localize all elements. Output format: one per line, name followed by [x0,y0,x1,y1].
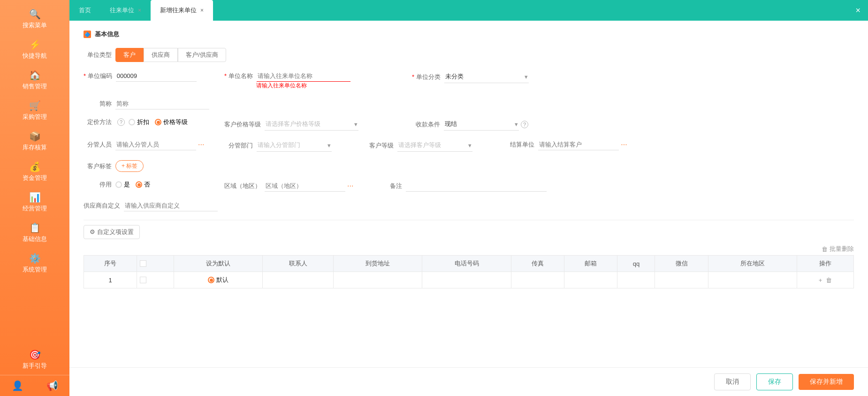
unit-type-btn-customer[interactable]: 客户 [115,48,144,62]
tab-new-partner[interactable]: 新增往来单位 × [151,0,213,21]
pricing-method-help[interactable]: ? [117,118,125,126]
remark-group: 备注 [374,180,547,192]
row-checkbox[interactable] [140,277,146,283]
disabled-radio-yes[interactable]: 是 [115,180,130,189]
save-button[interactable]: 保存 [756,373,793,390]
sidebar-item-guide[interactable]: 🎯 新手引导 [0,344,69,375]
contacts-table: 序号 设为默认 联系人 到货地址 电话号码 传真 邮箱 qq 微信 所在地区 操… [84,255,854,288]
sidebar-item-label: 系统管理 [23,265,47,274]
customer-tag-group: 客户标签 + 标签 [84,160,206,172]
sidebar-item-label: 新手引导 [23,362,47,370]
td-default: 默认 [174,272,263,288]
tab-partner[interactable]: 往来单位 × [100,0,151,21]
customer-tag-label: 客户标签 [84,162,112,171]
cancel-button[interactable]: 取消 [714,373,751,390]
row-add-btn[interactable]: + [819,277,822,284]
settlement-unit-input[interactable] [538,139,619,150]
pricing-radio-discount[interactable]: 折扣 [129,118,149,126]
manager-more-btn[interactable]: ··· [196,140,206,149]
sidebar-item-quick-nav[interactable]: ⚡ 快捷导航 [0,34,69,65]
th-fax: 传真 [511,256,564,272]
sidebar-item-purchase[interactable]: 🛒 采购管理 [0,95,69,126]
td-wechat[interactable] [655,272,708,288]
tab-partner-close[interactable]: × [138,7,141,14]
sidebar-item-label: 库存核算 [23,143,47,152]
region-input[interactable] [265,180,345,192]
unit-name-input[interactable] [257,70,350,82]
customer-price-level-select[interactable]: 请选择客户价格等级 ▾ [265,118,358,131]
td-qq[interactable] [617,272,655,288]
inventory-icon: 📦 [29,131,41,142]
sidebar-item-system[interactable]: ⚙️ 系统管理 [0,248,69,279]
tab-bar-close-all[interactable]: × [855,6,860,16]
customer-level-select[interactable]: 请选择客户等级 ▾ [397,139,472,152]
tab-home[interactable]: 首页 [69,0,100,21]
select-all-checkbox[interactable] [140,260,146,267]
search-icon: 🔍 [29,8,41,20]
abbr-group: 简称 [84,98,209,109]
sidebar-item-label: 搜索菜单 [23,21,47,30]
sidebar-item-basic[interactable]: 📋 基础信息 [0,217,69,248]
payment-terms-label: 收款条件 [412,120,440,129]
unit-type-btn-both[interactable]: 客户/供应商 [178,48,226,62]
sidebar-item-operation[interactable]: 📊 经营管理 [0,187,69,217]
sidebar-bottom: 🎯 新手引导 👤 📢 [0,344,69,396]
pricing-row: 定价方法 ? 折扣 价格等级 客户价格等级 请选择客户价格等级 [84,118,854,131]
unit-type-btn-supplier[interactable]: 供应商 [144,48,178,62]
sidebar-item-finance[interactable]: 💰 资金管理 [0,156,69,187]
th-address: 到货地址 [334,256,422,272]
td-fax[interactable] [511,272,564,288]
tab-new-partner-close[interactable]: × [200,7,204,14]
payment-terms-value: 现结 [445,120,513,128]
customer-tag-add-btn[interactable]: + 标签 [115,160,144,172]
manager-input[interactable] [115,139,196,150]
td-region[interactable] [708,272,797,288]
batch-delete-btn[interactable]: 🗑 批量删除 [822,245,854,253]
remark-input[interactable] [406,180,547,192]
disabled-radio-no[interactable]: 否 [136,180,150,189]
customer-price-level-group: 客户价格等级 请选择客户价格等级 ▾ [224,118,393,131]
disabled-row: 停用 是 否 区域（地区） ··· 备注 [84,180,854,192]
sidebar: 🔍 搜索菜单 ⚡ 快捷导航 🏠 销售管理 🛒 采购管理 📦 库存核算 💰 资金管… [0,0,69,396]
disabled-radio-yes-circle [115,181,122,188]
sidebar-item-search[interactable]: 🔍 搜索菜单 [0,4,69,34]
custom-settings-btn[interactable]: ⚙ 自定义项设置 [84,225,140,239]
department-arrow: ▾ [327,142,331,149]
sidebar-item-sales[interactable]: 🏠 销售管理 [0,65,69,95]
table-header-row: 🗑 批量删除 [84,245,854,253]
payment-terms-select[interactable]: 现结 ▾ [444,118,519,131]
payment-terms-help[interactable]: ? [521,121,528,128]
department-select[interactable]: 请输入分管部门 ▾ [257,139,332,152]
unit-code-input[interactable] [116,70,197,82]
pricing-radio-level[interactable]: 价格等级 [155,118,188,126]
department-label: 分管部门 [225,141,253,150]
save-add-button[interactable]: 保存并新增 [799,374,854,390]
sidebar-item-inventory[interactable]: 📦 库存核算 [0,126,69,156]
settlement-more-btn[interactable]: ··· [619,140,629,149]
customer-price-level-label: 客户价格等级 [224,120,261,129]
sidebar-footer-icon2[interactable]: 📢 [46,380,58,391]
disabled-radio-no-circle [136,181,142,188]
customer-level-label: 客户等级 [365,141,394,150]
td-email[interactable] [564,272,617,288]
region-more-btn[interactable]: ··· [345,182,355,190]
td-no: 1 [84,272,137,288]
supplier-custom-group: 供应商自定义 [84,200,218,211]
code-name-row: 单位编码 单位名称 请输入往来单位名称 单位分类 未分类 ▾ [84,70,854,90]
payment-terms-group: 收款条件 现结 ▾ ? [412,118,534,131]
row-delete-btn[interactable]: 🗑 [826,277,832,284]
sidebar-footer-icon1[interactable]: 👤 [12,380,23,391]
abbr-input[interactable] [115,98,209,109]
td-address[interactable] [334,272,422,288]
unit-code-label: 单位编码 [84,72,112,80]
td-checkbox [137,272,174,288]
td-phone[interactable] [422,272,511,288]
unit-name-group: 单位名称 请输入往来单位名称 [224,70,393,90]
supplier-custom-input[interactable] [124,200,218,211]
th-contact: 联系人 [263,256,334,272]
td-contact[interactable] [263,272,334,288]
default-radio[interactable] [208,277,214,283]
sidebar-item-label: 资金管理 [23,174,47,182]
unit-category-select[interactable]: 未分类 ▾ [444,70,529,83]
pricing-radio-group: 折扣 价格等级 [129,118,188,126]
